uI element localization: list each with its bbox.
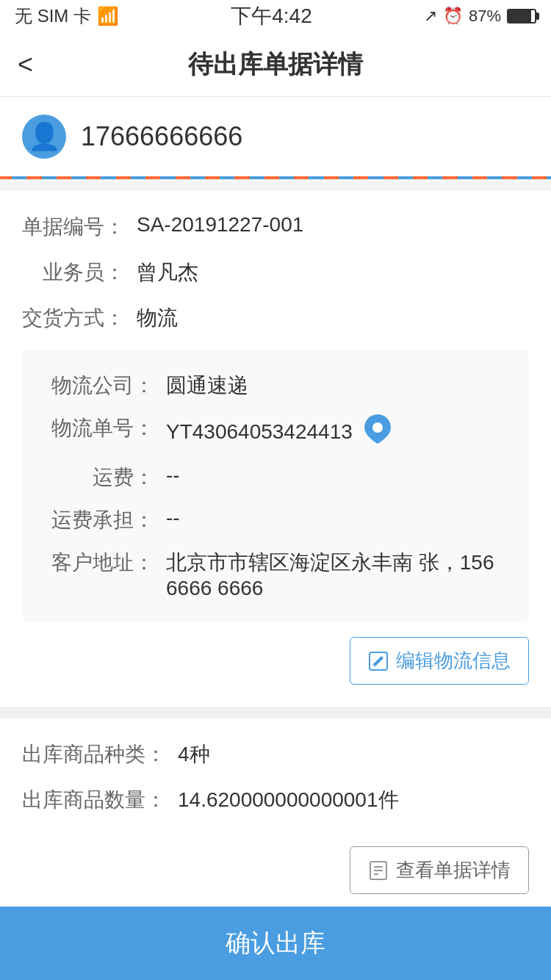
salesperson-row: 业务员： 曾凡杰 (22, 259, 529, 287)
doc-number-label: 单据编号： (22, 213, 125, 241)
delivery-method-label: 交货方式： (22, 304, 125, 332)
edit-icon (368, 651, 389, 671)
alarm-icon: ⏰ (443, 7, 463, 26)
logistics-tracking-row: 物流单号： YT43064053424413 (44, 414, 507, 449)
wifi-icon: 📶 (97, 6, 119, 26)
user-header: 👤 17666666666 (0, 97, 551, 179)
logistics-card: 物流公司： 圆通速递 物流单号： YT43064053424413 运费： --… (22, 350, 529, 622)
basic-info-section: 单据编号： SA-20191227-001 业务员： 曾凡杰 交货方式： 物流 … (0, 191, 551, 707)
location-icon: ↗ (424, 7, 437, 26)
goods-quantity-row: 出库商品数量： 14.620000000000001件 (22, 786, 529, 814)
logistics-tracking-label: 物流单号： (44, 414, 154, 442)
freight-bear-label: 运费承担： (44, 506, 154, 534)
edit-logistics-button[interactable]: 编辑物流信息 (350, 637, 529, 685)
freight-row: 运费： -- (44, 464, 507, 491)
carrier-label: 无 SIM 卡 (15, 4, 91, 28)
view-detail-button-wrap: 查看单据详情 (22, 832, 529, 894)
goods-type-row: 出库商品种类： 4种 (22, 741, 529, 768)
nav-bar: < 待出库单据详情 (0, 32, 551, 97)
doc-number-value: SA-20191227-001 (137, 213, 529, 237)
doc-number-row: 单据编号： SA-20191227-001 (22, 213, 529, 241)
battery-indicator (507, 9, 536, 24)
location-pin-icon[interactable] (364, 414, 391, 449)
address-row: 客户地址： 北京市市辖区海淀区永丰南 张，156 6666 6666 (44, 549, 507, 600)
confirm-button-label: 确认出库 (226, 926, 325, 960)
logistics-company-value: 圆通速递 (166, 372, 507, 400)
status-bar: 无 SIM 卡 📶 下午4:42 ↗ ⏰ 87% (0, 0, 551, 32)
user-phone: 17666666666 (81, 121, 242, 152)
logistics-tracking-value: YT43064053424413 (166, 414, 507, 449)
salesperson-value: 曾凡杰 (137, 259, 529, 287)
address-label: 客户地址： (44, 549, 154, 577)
goods-type-value: 4种 (178, 741, 529, 768)
freight-bear-value: -- (166, 506, 507, 530)
section-divider (0, 707, 551, 718)
freight-value: -- (166, 464, 507, 487)
status-left: 无 SIM 卡 📶 (15, 4, 119, 28)
goods-quantity-label: 出库商品数量： (22, 786, 166, 814)
confirm-button[interactable]: 确认出库 (0, 907, 551, 980)
delivery-method-value: 物流 (137, 304, 529, 332)
battery-label: 87% (469, 7, 501, 26)
freight-bear-row: 运费承担： -- (44, 506, 507, 534)
logistics-company-row: 物流公司： 圆通速递 (44, 372, 507, 400)
status-time: 下午4:42 (231, 2, 312, 30)
logistics-company-label: 物流公司： (44, 372, 154, 400)
freight-label: 运费： (44, 464, 154, 491)
svg-point-0 (372, 422, 383, 433)
goods-type-label: 出库商品种类： (22, 741, 166, 768)
status-right: ↗ ⏰ 87% (424, 7, 536, 26)
goods-section: 出库商品种类： 4种 出库商品数量： 14.620000000000001件 查… (0, 718, 551, 916)
address-value: 北京市市辖区海淀区永丰南 张，156 6666 6666 (166, 549, 507, 600)
back-button[interactable]: < (18, 49, 33, 80)
salesperson-label: 业务员： (22, 259, 125, 287)
view-detail-button[interactable]: 查看单据详情 (350, 846, 529, 894)
document-icon (368, 860, 389, 881)
delivery-method-row: 交货方式： 物流 (22, 304, 529, 332)
avatar: 👤 (22, 115, 66, 159)
edit-logistics-button-wrap: 编辑物流信息 (22, 622, 529, 685)
user-icon: 👤 (28, 121, 61, 152)
page-title: 待出库单据详情 (188, 48, 363, 82)
goods-quantity-value: 14.620000000000001件 (178, 786, 529, 814)
